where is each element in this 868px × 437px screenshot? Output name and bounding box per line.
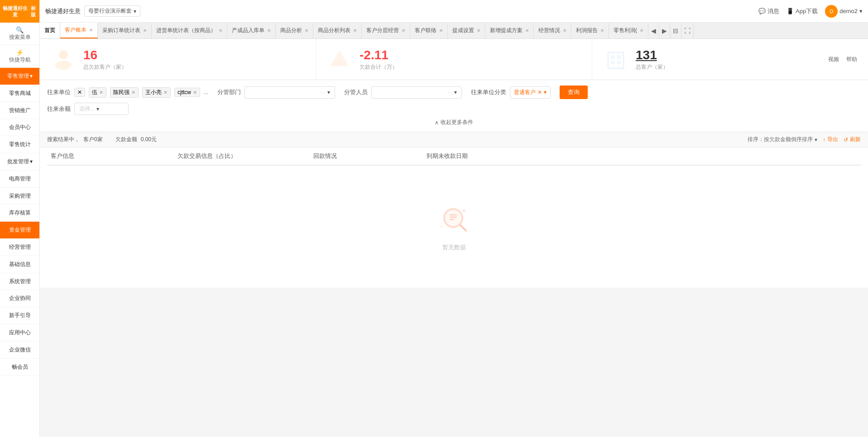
- filter-tag-wu-close[interactable]: ✕: [99, 90, 103, 95]
- debt-label: 欠款金额: [115, 136, 137, 143]
- sidebar-item-wholesale_mgmt[interactable]: 批发管理 ▾: [0, 153, 39, 171]
- topbar-brand: 畅捷通好生意: [45, 7, 81, 15]
- close-icon[interactable]: ✕: [305, 28, 308, 33]
- close-icon[interactable]: ✕: [143, 28, 147, 33]
- svg-rect-7: [611, 61, 614, 64]
- svg-line-14: [460, 225, 466, 231]
- filter-row-2: 往来余额 选择... ▾: [47, 103, 861, 115]
- industry-dropdown[interactable]: 母婴行业演示帐套 ▾: [84, 5, 140, 17]
- tabs-next-button[interactable]: ▶: [659, 23, 670, 38]
- main-content: 畅捷通好生意 母婴行业演示帐套 ▾ 💬 消息 📱 App下载 D demo2 ▾: [40, 0, 868, 437]
- filter-balance-label: 往来余额: [47, 105, 71, 113]
- close-icon[interactable]: ✕: [402, 28, 405, 33]
- close-icon[interactable]: ✕: [525, 28, 529, 33]
- close-icon[interactable]: ✕: [353, 28, 357, 33]
- sidebar-item-inventory_check[interactable]: 库存核算: [0, 204, 39, 222]
- tab-purchase_order[interactable]: 采购订单统计表 ✕: [98, 23, 152, 38]
- tabs-more-button[interactable]: ⊟: [670, 23, 681, 38]
- balance-select[interactable]: 选择... ▾: [74, 103, 129, 115]
- tab-operation_status[interactable]: 经营情况 ✕: [534, 23, 571, 38]
- unit-type-clear[interactable]: ✕: [537, 89, 542, 95]
- sidebar-item-app_center[interactable]: 应用中心: [0, 324, 39, 342]
- sidebar-item-search_menu[interactable]: 🔍 搜索菜单: [0, 23, 39, 45]
- sidebar-item-operations_mgmt[interactable]: 经营管理: [0, 239, 39, 256]
- message-button[interactable]: 💬 消息: [758, 7, 779, 15]
- svg-point-16: [441, 226, 442, 228]
- close-icon[interactable]: ✕: [640, 28, 643, 33]
- unit-type-select[interactable]: 普通客户 ✕ ▾: [510, 86, 551, 99]
- sidebar-item-basic_info[interactable]: 基础信息: [0, 256, 39, 273]
- filter-more-tags[interactable]: ...: [204, 89, 208, 95]
- building-icon: [603, 47, 628, 72]
- sidebar: 畅捷通好生意 标版 🔍 搜索菜单 ⚡ 快捷导航 零售管理 ▾ 零售商城 营销推广…: [0, 0, 40, 437]
- message-icon: 💬: [758, 8, 766, 14]
- app-download-button[interactable]: 📱 App下载: [786, 7, 818, 15]
- help-button[interactable]: 帮助: [846, 56, 857, 63]
- sidebar-item-enterprise_collab[interactable]: 企业协同: [0, 290, 39, 307]
- close-icon[interactable]: ✕: [89, 28, 93, 33]
- sidebar-item-marketing[interactable]: 营销推广: [0, 102, 39, 119]
- close-icon[interactable]: ✕: [439, 28, 443, 33]
- tab-product_analysis[interactable]: 商品分析 ✕: [276, 23, 313, 38]
- close-icon[interactable]: ✕: [477, 28, 480, 33]
- tab-customer_account[interactable]: 客户账本 ✕: [60, 23, 98, 38]
- content-area: 16 总欠款客户（家） - -2.11 欠款合计（万）: [40, 39, 868, 437]
- filter-tag-wu: 伍 ✕: [89, 87, 106, 98]
- sidebar-item-system_mgmt[interactable]: 系统管理: [0, 273, 39, 290]
- dept-select[interactable]: ··· ▾: [245, 86, 335, 99]
- sidebar-item-newbie_guide[interactable]: 新手引导: [0, 307, 39, 324]
- collapse-filter-button[interactable]: ∧ 收起更多条件: [47, 119, 861, 126]
- tabs-bar: 首页 客户账本 ✕ 采购订单统计表 ✕ 进货单统计表（按商品） ✕ 产成品入库单…: [40, 23, 868, 39]
- tab-customer_segment[interactable]: 客户分层经营 ✕: [362, 23, 410, 38]
- svg-text:-: -: [338, 58, 340, 66]
- close-icon[interactable]: ✕: [600, 28, 604, 33]
- svg-rect-11: [450, 214, 457, 215]
- sidebar-item-member_center[interactable]: 会员中心: [0, 119, 39, 136]
- tab-instock_stats[interactable]: 进货单统计表（按商品） ✕: [152, 23, 227, 38]
- tab-customer_contact[interactable]: 客户联络 ✕: [410, 23, 448, 38]
- close-icon[interactable]: ✕: [563, 28, 566, 33]
- sort-button[interactable]: 排序：按欠款金额倒序排序 ▾: [748, 136, 817, 143]
- filter-row-1: 往来单位 ✕ 伍 ✕ 陈民强 ✕ 王小亮 ✕ cjttcw: [47, 86, 861, 99]
- table-header: 客户信息 欠款交易信息（占比） 回款情况 到期未收款日期: [47, 147, 861, 166]
- empty-state: 暂无数据: [47, 166, 861, 288]
- tab-home[interactable]: 首页: [40, 23, 60, 38]
- stat-info-total-customers: 131 总客户（家）: [636, 48, 668, 71]
- export-button[interactable]: ↑ 导出: [823, 136, 838, 143]
- video-button[interactable]: 视频: [828, 56, 839, 63]
- tab-cost_instock[interactable]: 产成品入库单 ✕: [227, 23, 276, 38]
- tabs-prev-button[interactable]: ◀: [648, 23, 659, 38]
- tab-new_promotion_plan[interactable]: 新增提成方案 ✕: [485, 23, 534, 38]
- chevron-down-icon: ▾: [327, 89, 330, 95]
- tab-profit_report[interactable]: 利润报告 ✕: [571, 23, 609, 38]
- filter-tag-chen-close[interactable]: ✕: [131, 90, 135, 95]
- sidebar-item-ecommerce_mgmt[interactable]: 电商管理: [0, 171, 39, 188]
- tab-retail_profit[interactable]: 零售利润( ✕: [609, 23, 648, 38]
- person-select[interactable]: ··· ▾: [371, 86, 462, 99]
- sidebar-item-purchase_mgmt[interactable]: 采购管理: [0, 188, 39, 205]
- query-button[interactable]: 查询: [560, 86, 588, 99]
- sidebar-item-retail_mgmt[interactable]: 零售管理 ▾: [0, 68, 39, 85]
- sidebar-item-enterprise_wechat[interactable]: 企业微信: [0, 342, 39, 359]
- close-icon[interactable]: ✕: [267, 28, 271, 33]
- refresh-button[interactable]: ↺ 刷新: [844, 136, 861, 143]
- tab-promotion_settings[interactable]: 提成设置 ✕: [448, 23, 485, 38]
- dept-more-icon: ···: [321, 89, 326, 95]
- search-result-bar: 搜索结果中， 客户0家 欠款金额 0.00元 排序：按欠款金额倒序排序 ▾ ↑ …: [40, 132, 868, 147]
- close-icon[interactable]: ✕: [219, 28, 222, 33]
- user-menu-button[interactable]: D demo2 ▾: [825, 5, 863, 18]
- stat-label-debt: 欠款合计（万）: [360, 63, 398, 71]
- tabs-fullscreen-button[interactable]: ⛶: [681, 23, 694, 38]
- sidebar-item-vip_member[interactable]: 畅会员: [0, 359, 39, 376]
- tab-product_analysis_list[interactable]: 商品分析列表 ✕: [313, 23, 362, 38]
- sidebar-item-retail_mall[interactable]: 零售商城: [0, 85, 39, 102]
- svg-point-10: [445, 210, 461, 226]
- customer-icon: [51, 47, 76, 72]
- filter-tag-cjttcw-close[interactable]: ✕: [193, 90, 197, 95]
- filter-tag-x: ✕: [74, 88, 85, 97]
- sidebar-item-capital_mgmt[interactable]: 资金管理: [0, 222, 39, 239]
- filter-tag-wang-close[interactable]: ✕: [163, 90, 168, 95]
- refresh-icon: ↺: [844, 137, 848, 143]
- sidebar-item-retail_stats[interactable]: 零售统计: [0, 136, 39, 153]
- sidebar-item-quick_nav[interactable]: ⚡ 快捷导航: [0, 45, 39, 68]
